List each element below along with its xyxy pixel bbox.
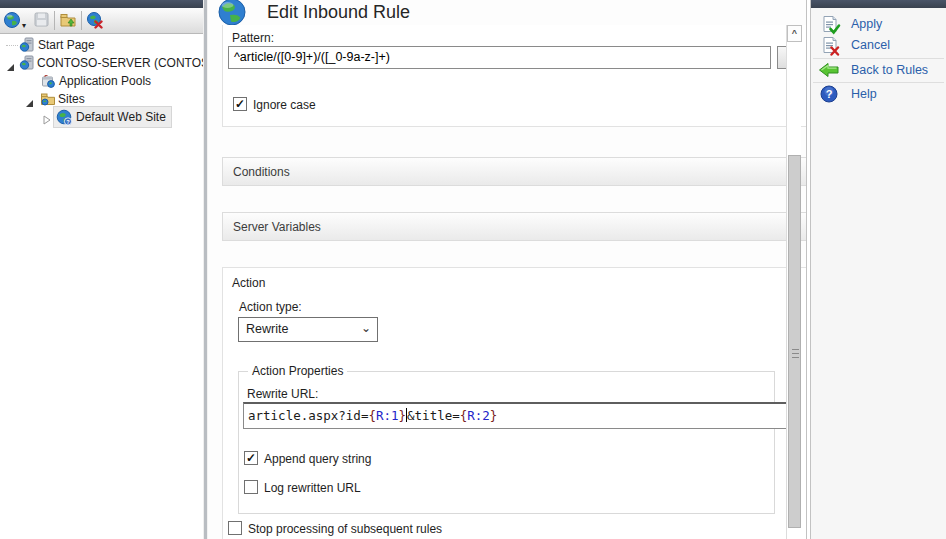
stop-processing-checkbox[interactable] (228, 521, 242, 535)
tree-item-server[interactable]: CONTOSO-SERVER (CONTOS (0, 54, 203, 72)
help-button[interactable]: ? Help (811, 85, 946, 105)
connections-tree: Start Page CONTOSO-SERVER (CONTOS (0, 34, 203, 539)
log-rewritten-url-checkbox[interactable] (244, 480, 258, 494)
conditions-section-label: Conditions (233, 165, 290, 179)
connect-dropdown-arrow-icon[interactable]: ▾ (22, 21, 26, 30)
scrollbar-grip (792, 353, 799, 354)
pattern-input[interactable]: ^article/([0-9]+)/([_0-9a-z-]+) (228, 46, 771, 69)
connections-header-label: Connections (0, 0, 203, 3)
apply-button[interactable]: Apply (811, 15, 946, 35)
actions-panel-border (806, 0, 807, 539)
web-site-icon: ? (56, 109, 73, 131)
cancel-button[interactable]: Cancel (811, 36, 946, 56)
back-to-rules-link-label: Back to Rules (851, 63, 928, 77)
action-properties-legend: Action Properties (248, 364, 347, 378)
tree-item-application-pools[interactable]: Application Pools (0, 72, 203, 90)
tree-item-label: Default Web Site (76, 108, 166, 126)
feature-view: Edit Inbound Rule Pattern: ^article/([0-… (208, 0, 806, 539)
actions-header-label: Actions (811, 0, 946, 3)
chevron-down-icon: ⌄ (361, 321, 371, 335)
actions-panel: Actions Apply (811, 0, 946, 539)
svg-text:?: ? (66, 119, 70, 125)
tree-item-label: Application Pools (59, 72, 151, 90)
tree-item-label: Start Page (38, 36, 95, 54)
back-arrow-icon (818, 61, 840, 82)
tree-item-default-web-site[interactable]: ? Default Web Site (0, 108, 203, 126)
rewrite-url-label: Rewrite URL: (247, 387, 318, 401)
action-type-value: Rewrite (246, 322, 288, 336)
help-link-label: Help (851, 87, 877, 101)
scrollbar-thumb[interactable] (788, 155, 801, 528)
scrollbar-grip (792, 357, 799, 358)
connections-toolbar: ▾ (0, 8, 203, 34)
save-icon[interactable] (33, 11, 53, 31)
folder-up-icon[interactable] (59, 11, 79, 31)
server-variables-section-header[interactable]: Server Variables (222, 212, 806, 241)
tree-item-label: CONTOSO-SERVER (CONTOS (37, 54, 203, 72)
iis-manager-window: Connections ▾ (0, 0, 946, 539)
connections-header: Connections (0, 0, 203, 8)
actions-separator (813, 82, 944, 83)
action-type-select[interactable]: Rewrite ⌄ (238, 317, 378, 342)
toolbar-separator (81, 11, 82, 30)
apply-icon (821, 15, 841, 38)
page-title: Edit Inbound Rule (267, 2, 410, 23)
toolbar-separator (54, 11, 55, 30)
pattern-label: Pattern: (232, 31, 274, 45)
append-query-string-checkbox[interactable]: ✓ (244, 451, 258, 465)
ignore-case-checkbox[interactable]: ✓ (233, 97, 247, 111)
append-query-string-label: Append query string (264, 452, 371, 466)
rewrite-url-input[interactable]: article.aspx?id={R:1}&title={R:2} (243, 402, 801, 429)
cancel-link-label: Cancel (851, 38, 890, 52)
server-variables-section-label: Server Variables (233, 220, 321, 234)
connections-panel: Connections ▾ (0, 0, 203, 539)
action-section-label: Action (232, 276, 265, 290)
help-icon: ? (820, 85, 838, 106)
connect-globe-icon[interactable] (3, 11, 23, 31)
log-rewritten-url-label: Log rewritten URL (264, 481, 361, 495)
scrollbar-grip (792, 349, 799, 350)
actions-header: Actions (811, 0, 946, 8)
collapsed-triangle-icon[interactable] (42, 112, 51, 130)
back-to-rules-button[interactable]: Back to Rules (811, 61, 946, 81)
tree-item-start-page[interactable]: Start Page (0, 36, 203, 54)
stop-processing-label: Stop processing of subsequent rules (248, 522, 442, 536)
vertical-scrollbar[interactable]: ^ (786, 25, 801, 539)
apply-link-label: Apply (851, 17, 882, 31)
cancel-icon (821, 36, 841, 59)
conditions-section-header[interactable]: Conditions (222, 157, 806, 186)
actions-separator (813, 58, 944, 59)
scroll-up-button[interactable]: ^ (787, 25, 802, 42)
delete-connection-icon[interactable] (86, 11, 106, 31)
action-type-label: Action type: (239, 300, 302, 314)
ignore-case-label: Ignore case (253, 98, 316, 112)
svg-text:?: ? (826, 88, 833, 100)
